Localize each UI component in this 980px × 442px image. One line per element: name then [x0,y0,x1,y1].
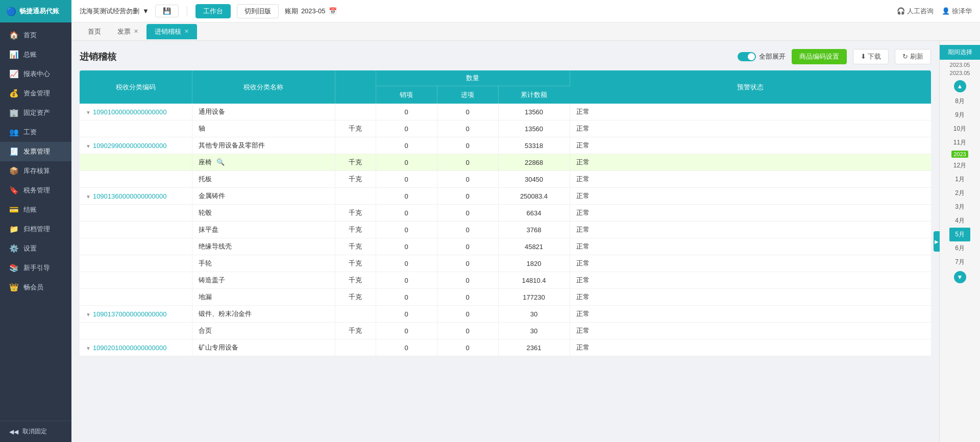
th-qty-group: 数量 [376,70,570,86]
guide-icon: 📚 [9,263,18,273]
sidebar-item-payroll[interactable]: 👥 工资 [0,122,71,142]
table-row[interactable]: 铸造盖子千克0014810.4正常 [80,272,931,289]
sidebar-item-finance[interactable]: 💰 资金管理 [0,84,71,103]
panel-collapse-button[interactable]: ▶ [934,231,940,252]
table-row[interactable]: ▼10901360000000000000金属铸件00250083.4正常 [80,188,931,205]
sidebar-item-home[interactable]: 🏠 首页 [0,26,71,45]
month-item[interactable]: 8月 [947,94,972,108]
user-menu[interactable]: 👤 徐泽华 [942,7,972,16]
user-icon: 👤 [942,7,950,15]
calendar-icon[interactable]: 📅 [329,7,337,15]
code-value: 10901370000000000000 [93,310,167,318]
td-sale: 0 [376,306,437,323]
td-sale: 0 [376,289,437,306]
td-code: ▼10901370000000000000 [80,306,192,323]
table-row[interactable]: 座椅 🔍千克0022868正常 [80,154,931,171]
product-code-settings-button[interactable]: 商品编码设置 [792,49,847,64]
tab-invoice[interactable]: 发票 ✕ [109,24,146,39]
table-row[interactable]: 抹平盘千克003768正常 [80,222,931,238]
sidebar-item-member[interactable]: 👑 畅会员 [0,278,71,297]
month-item[interactable]: 3月 [947,200,972,214]
table-row[interactable]: ▼10901370000000000000锻件、粉末冶金件0030正常 [80,306,931,323]
tab-reconcile[interactable]: 进销稽核 ✕ [146,24,197,39]
td-unit: 千克 [335,238,376,255]
search-icon[interactable]: 🔍 [216,158,225,166]
download-icon: ⬇ [861,53,866,60]
month-item[interactable]: 9月 [947,108,972,122]
expand-icon[interactable]: ▼ [86,110,91,115]
month-item[interactable]: 10月 [947,122,972,136]
table-row[interactable]: 托板千克0030450正常 [80,171,931,188]
td-code [80,171,192,188]
page-header: 进销稽核 全部展开 商品编码设置 ⬇ 下载 ↻ 刷新 [80,49,931,64]
month-item[interactable]: 5月 [949,228,970,241]
td-purchase: 0 [437,154,498,171]
month-item[interactable]: 4月 [947,214,972,228]
app-logo: 🔵 畅捷通易代账 [0,0,71,22]
expand-icon[interactable]: ▼ [86,312,91,317]
expand-toggle[interactable] [738,52,756,61]
save-draft-button[interactable]: 💾 [155,5,179,17]
td-sale: 0 [376,120,437,137]
month-item[interactable]: 6月 [947,241,972,255]
table-row[interactable]: 轮毂千克006634正常 [80,205,931,222]
sidebar-item-guide[interactable]: 📚 新手引导 [0,258,71,278]
panel-down-button[interactable]: ▼ [954,271,966,283]
tab-invoice-close[interactable]: ✕ [134,28,138,35]
sidebar-item-checkout[interactable]: 💳 结账 [0,200,71,219]
period-display: 账期 2023-05 📅 [285,7,337,16]
table-row[interactable]: 绝缘导线壳千克0045821正常 [80,238,931,255]
table-row[interactable]: 地漏千克00177230正常 [80,289,931,306]
td-status: 正常 [570,137,931,154]
month-item[interactable]: 12月 [947,159,972,173]
company-selector[interactable]: 沈海英测试经营勿删 ▼ [80,7,149,16]
sidebar-item-inventory[interactable]: 📦 库存核算 [0,161,71,181]
table-row[interactable]: ▼10902010000000000000矿山专用设备002361正常 [80,339,931,356]
sidebar-item-reports[interactable]: 📈 报表中心 [0,64,71,84]
td-purchase: 0 [437,171,498,188]
sidebar-item-assets[interactable]: 🏢 固定资产 [0,103,71,122]
expand-icon[interactable]: ▼ [86,143,91,149]
td-status: 正常 [570,188,931,205]
table-row[interactable]: ▼10902990000000000000其他专用设备及零部件0053318正常 [80,137,931,154]
switch-version-button[interactable]: 切到旧版 [237,4,279,18]
td-name: 抹平盘 [192,222,335,238]
reports-icon: 📈 [9,69,18,79]
td-unit: 千克 [335,171,376,188]
month-item[interactable]: 7月 [947,255,972,269]
td-unit: 千克 [335,222,376,238]
td-code [80,289,192,306]
td-total: 30450 [498,171,570,188]
month-item[interactable]: 1月 [947,173,972,186]
table-row[interactable]: 合页千克0030正常 [80,323,931,339]
panel-up-button[interactable]: ▲ [954,80,966,92]
chevron-down-icon: ▼ [142,7,149,15]
download-button[interactable]: ⬇ 下载 [853,49,889,64]
td-unit: 千克 [335,323,376,339]
td-sale: 0 [376,339,437,356]
table-row[interactable]: 手轮千克001820正常 [80,255,931,272]
sidebar-item-settings[interactable]: ⚙️ 设置 [0,239,71,258]
tab-home[interactable]: 首页 [80,24,109,39]
sidebar-item-invoice[interactable]: 🧾 发票管理 [0,142,71,161]
settings-icon: ⚙️ [9,244,18,253]
month-item[interactable]: 11月 [947,136,972,150]
sidebar-item-tax[interactable]: 🔖 税务管理 [0,181,71,200]
td-purchase: 0 [437,272,498,289]
table-row[interactable]: ▼10901000000000000000通用设备0013560正常 [80,104,931,120]
help-button[interactable]: 🎧 人工咨询 [897,7,934,16]
sidebar-item-ledger[interactable]: 📊 总账 [0,45,71,64]
td-total: 3768 [498,222,570,238]
table-row[interactable]: 轴千克0013560正常 [80,120,931,137]
unpin-button[interactable]: ◀◀ 取消固定 [0,421,71,442]
expand-icon[interactable]: ▼ [86,346,91,351]
month-item[interactable]: 2月 [947,186,972,200]
refresh-button[interactable]: ↻ 刷新 [895,49,931,64]
workspace-button[interactable]: 工作台 [195,4,231,18]
sidebar-item-archive[interactable]: 📁 归档管理 [0,219,71,239]
td-total: 30 [498,323,570,339]
td-name: 轮毂 [192,205,335,222]
td-name: 通用设备 [192,104,335,120]
expand-icon[interactable]: ▼ [86,194,91,200]
tab-reconcile-close[interactable]: ✕ [184,28,189,35]
